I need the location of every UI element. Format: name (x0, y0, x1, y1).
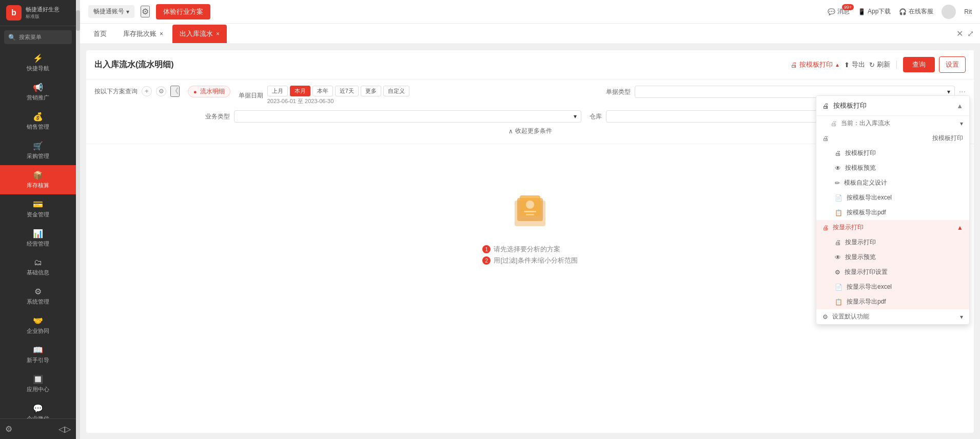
filter-settings-button[interactable]: ⚙ (156, 86, 166, 96)
sidebar-item-marketing[interactable]: 📢 营销推广 (0, 77, 76, 107)
search-menu-button[interactable]: 🔍 查询 搜索菜单 (4, 30, 72, 44)
print-template-button[interactable]: 🖨 按模板打印 ▲ (791, 60, 840, 69)
online-service-button[interactable]: 🎧 在线客服 (899, 7, 933, 16)
sidebar-search-area: 🔍 查询 搜索菜单 (0, 26, 76, 48)
display-section-chevron: ▲ (957, 224, 963, 231)
date-btn-this-month[interactable]: 本月 (290, 86, 310, 96)
current-text: 当前：出入库流水 (841, 119, 890, 128)
display-section-label: 按显示打印 (833, 223, 864, 232)
svg-rect-4 (524, 211, 536, 212)
user-selector[interactable]: 畅捷通账号 ▾ (88, 5, 134, 18)
sidebar-item-operations[interactable]: 📊 经营管理 (0, 224, 76, 253)
sidebar-item-inventory[interactable]: 📦 库存核算 (0, 165, 76, 194)
dropdown-title: 按模板打印 (833, 101, 867, 110)
sidebar-item-quick-nav[interactable]: ⚡ 快捷导航 (0, 48, 76, 77)
empty-step-1: 1 请先选择要分析的方案 (482, 245, 577, 254)
template-preview-icon: 👁 (835, 165, 841, 172)
sidebar-item-wechat[interactable]: 💬 企业微信 (0, 398, 76, 418)
filter-tag-flow[interactable]: ● 流水明细 (188, 86, 230, 97)
message-badge: 99+ (842, 4, 854, 10)
tab-inventory-close[interactable]: × (216, 30, 220, 37)
filter-tag-icon: ● (193, 89, 197, 95)
sidebar-item-app-center[interactable]: 🔲 应用中心 (0, 369, 76, 398)
refresh-button[interactable]: ↻ 刷新 (869, 60, 890, 69)
display-section-header[interactable]: 🖨 按显示打印 ▲ (816, 220, 969, 235)
dropdown-item-display-print[interactable]: 🖨 按显示打印 (816, 235, 969, 250)
display-section-icon: 🖨 (822, 224, 829, 231)
date-btn-last-month[interactable]: 上月 (267, 86, 288, 96)
current-chevron: ▾ (960, 120, 963, 127)
tab-batch-close[interactable]: × (160, 30, 163, 37)
expand-window-button[interactable]: ⤢ (967, 29, 974, 38)
sidebar-item-base-info[interactable]: 🗂 基础信息 (0, 253, 76, 282)
tabs-bar: 首页 库存批次账 × 出入库流水 × ✕ ⤢ (80, 24, 980, 44)
window-controls: ✕ ⤢ (956, 29, 974, 38)
user-avatar[interactable] (942, 5, 956, 19)
sidebar-item-sales[interactable]: 💰 销售管理 (0, 107, 76, 136)
collapse-label: 收起更多条件 (515, 127, 552, 135)
template-preview-label: 按模板预览 (845, 164, 876, 172)
sidebar-item-system[interactable]: ⚙ 系统管理 (0, 282, 76, 311)
close-window-button[interactable]: ✕ (956, 29, 963, 38)
filter-collapse-button[interactable]: 《 (170, 86, 180, 97)
date-range-text: 2023-06-01 至 2023-06-30 (267, 97, 409, 105)
phone-icon: 📱 (858, 8, 866, 15)
step-num-2: 2 (482, 256, 491, 265)
dropdown-header[interactable]: 🖨 按模板打印 ▲ (816, 96, 969, 116)
tab-home[interactable]: 首页 (86, 25, 114, 43)
template-section-header[interactable]: 🖨 按模板打印 (816, 131, 969, 146)
date-btn-this-year[interactable]: 本年 (312, 86, 333, 96)
filter-add-button[interactable]: + (142, 86, 152, 96)
settings-button[interactable]: 设置 (939, 56, 966, 73)
collapse-sidebar-button[interactable]: ◁▷ (58, 424, 71, 434)
dropdown-item-display-preview[interactable]: 👁 按显示预览 (816, 250, 969, 265)
sidebar-item-purchase[interactable]: 🛒 采购管理 (0, 136, 76, 165)
dropdown-item-display-export-excel[interactable]: 📄 按显示导出excel (816, 280, 969, 294)
export-icon: ⬆ (844, 61, 850, 69)
dropdown-item-template-preview[interactable]: 👁 按模板预览 (816, 161, 969, 175)
filter-label: 按以下方案查询 (94, 87, 138, 96)
export-button[interactable]: ⬆ 导出 (844, 60, 865, 69)
sidebar-item-cooperation[interactable]: 🤝 企业协同 (0, 311, 76, 340)
dropdown-item-template-customize[interactable]: ✏ 模板自定义设计 (816, 175, 969, 190)
topbar-gear-button[interactable]: ⚙ (141, 6, 150, 17)
default-settings-label: 设置默认功能 (832, 312, 869, 321)
step-1-text: 请先选择要分析的方案 (494, 245, 560, 254)
dropdown-header-left: 🖨 按模板打印 (822, 101, 867, 110)
template-customize-label: 模板自定义设计 (844, 178, 887, 187)
query-button[interactable]: 查询 (903, 57, 935, 72)
biz-type-select[interactable]: ▾ (234, 110, 581, 123)
page-header-right: 🖨 按模板打印 ▲ ⬆ 导出 ↻ 刷新 查询 设置 (791, 56, 966, 73)
date-btn-last-7days[interactable]: 近7天 (335, 86, 359, 96)
warehouse-label: 仓库 (590, 112, 602, 121)
industry-solution-button[interactable]: 体验行业方案 (156, 4, 210, 19)
sidebar-item-finance[interactable]: 💳 资金管理 (0, 194, 76, 224)
settings-gear-button[interactable]: ⚙ (5, 424, 12, 434)
message-button[interactable]: 💬 消息 99+ (828, 7, 850, 16)
dropdown-item-template-export-excel[interactable]: 📄 按模板导出excel (816, 190, 969, 205)
app-download-button[interactable]: 📱 App下载 (858, 7, 891, 16)
display-settings-label: 按显示打印设置 (845, 268, 888, 276)
dropdown-item-template-print[interactable]: 🖨 按模板打印 (816, 146, 969, 161)
date-quick-buttons: 上月 本月 本年 近7天 更多 自定义 (267, 86, 409, 96)
chevron-up-icon-collapse: ∧ (508, 128, 513, 135)
dropdown-item-template-export-pdf[interactable]: 📋 按模板导出pdf (816, 205, 969, 220)
print-icon: 🖨 (791, 61, 797, 69)
tab-inventory-flow[interactable]: 出入库流水 × (172, 25, 227, 43)
date-btn-custom[interactable]: 自定义 (383, 86, 409, 96)
dropdown-item-display-print-settings[interactable]: ⚙ 按显示打印设置 (816, 265, 969, 280)
display-preview-label: 按显示预览 (845, 253, 876, 262)
dropdown-item-display-export-pdf[interactable]: 📋 按显示导出pdf (816, 294, 969, 309)
default-settings-header[interactable]: ⚙ 设置默认功能 ▾ (816, 309, 969, 324)
current-label[interactable]: 🖨 当前：出入库流水 ▾ (816, 116, 969, 131)
nav-icon-wechat: 💬 (33, 404, 43, 413)
display-pdf-label: 按显示导出pdf (847, 297, 886, 306)
date-btn-more[interactable]: 更多 (361, 86, 381, 96)
sidebar-item-guide[interactable]: 📖 新手引导 (0, 340, 76, 369)
nav-icon-app-center: 🔲 (33, 374, 43, 384)
nav-icon-base: 🗂 (34, 258, 42, 267)
biz-type-field: 业务类型 ▾ (205, 110, 581, 123)
tab-batch-account[interactable]: 库存批次账 × (116, 25, 170, 43)
svg-point-3 (526, 201, 534, 209)
print-header-icon: 🖨 (822, 102, 829, 110)
